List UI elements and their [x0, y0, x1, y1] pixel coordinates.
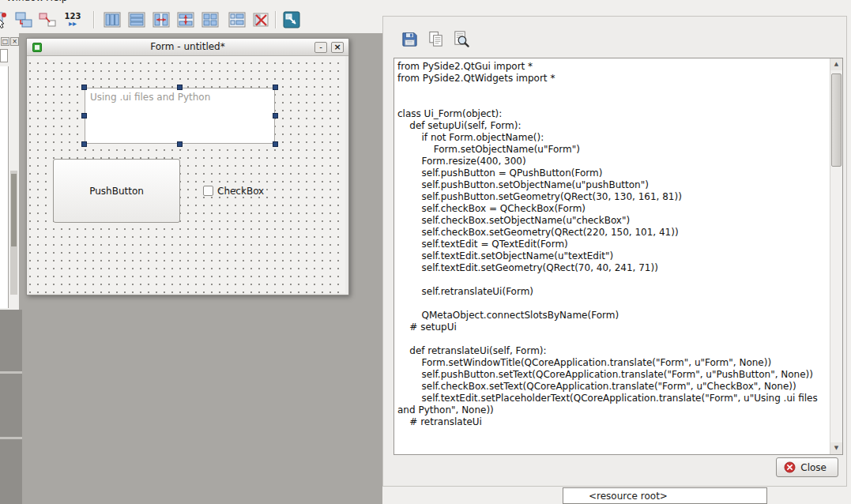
layout-horizontally-in-splitter-icon[interactable] [150, 9, 172, 31]
selection-handle[interactable] [177, 141, 183, 147]
menubar: Window Help [0, 0, 851, 6]
layout-vertically-icon[interactable] [126, 9, 148, 31]
layout-in-form-icon[interactable] [226, 9, 248, 31]
tab-order-arrow: ▸▸ [69, 21, 77, 27]
toolbar-separator [93, 11, 95, 28]
form-close-button[interactable]: × [331, 42, 344, 53]
resource-browser-panel: <resource root> [563, 487, 767, 504]
form-window-icon [32, 43, 42, 52]
code-view-scrollbar[interactable]: ▲ ▼ [830, 58, 842, 454]
save-icon[interactable] [399, 28, 420, 49]
edit-buddies-icon[interactable] [36, 9, 58, 31]
form-window-titlebar[interactable]: Form - untitled* - × [27, 39, 348, 56]
find-icon[interactable] [450, 28, 471, 49]
form-editor-window: Form - untitled* - × Using .ui files and… [26, 38, 349, 295]
dock-float-button[interactable]: □ [1, 37, 9, 46]
code-view[interactable]: from PySide2.QtGui import * from PySide2… [393, 58, 843, 455]
selection-handle[interactable] [81, 85, 87, 90]
widget-box-panel [0, 66, 9, 308]
close-button-label: Close [800, 462, 827, 473]
menu-help[interactable]: Help [41, 0, 72, 6]
widget-box-category-blocks [0, 310, 22, 504]
code-preview-dialog: from PySide2.QtGui import * from PySide2… [382, 16, 847, 487]
selection-handle[interactable] [273, 113, 278, 118]
form-canvas[interactable]: Using .ui files and Python PushButton Ch… [29, 56, 345, 293]
generated-code-text: from PySide2.QtGui import * from PySide2… [396, 60, 828, 453]
selection-handle[interactable] [273, 85, 278, 90]
edit-signals-slots-icon[interactable] [13, 9, 35, 31]
edit-widgets-icon[interactable] [0, 9, 9, 31]
break-layout-icon[interactable] [250, 9, 272, 31]
layout-vertically-in-splitter-icon[interactable] [175, 9, 197, 31]
dock-close-button[interactable]: × [10, 37, 19, 46]
checkbox-label: CheckBox [217, 186, 264, 197]
layout-horizontally-icon[interactable] [101, 9, 123, 31]
selection-handle[interactable] [273, 141, 278, 147]
widget-box-filter-input[interactable] [0, 49, 8, 62]
selection-handle[interactable] [81, 113, 87, 118]
checkbox-indicator[interactable] [203, 186, 213, 196]
scroll-down-arrow[interactable]: ▼ [830, 442, 842, 454]
scroll-up-arrow[interactable]: ▲ [830, 58, 842, 70]
close-red-icon [784, 461, 796, 473]
pushbutton-label: PushButton [89, 186, 144, 197]
qt-designer-screen: Window Help 123 ▸▸ [0, 0, 851, 504]
adjust-size-icon[interactable] [281, 9, 303, 31]
checkbox-widget[interactable]: CheckBox [203, 175, 283, 207]
layout-in-grid-icon[interactable] [199, 9, 221, 31]
close-button[interactable]: Close [776, 457, 838, 477]
pushbutton-widget[interactable]: PushButton [53, 159, 180, 223]
selection-handle[interactable] [81, 141, 87, 147]
edit-tab-order-icon[interactable]: 123 ▸▸ [60, 9, 85, 31]
selection-handle[interactable] [177, 85, 183, 90]
scrollbar-thumb[interactable] [831, 73, 842, 167]
form-minimize-button[interactable]: - [314, 42, 327, 53]
copy-icon[interactable] [425, 28, 446, 49]
form-window-title: Form - untitled* [27, 39, 348, 55]
scrollbar-thumb[interactable] [11, 174, 17, 246]
widget-box-scrollbar[interactable] [10, 171, 17, 295]
resource-root-item[interactable]: <resource root> [589, 491, 668, 502]
textedit-widget[interactable]: Using .ui files and Python [85, 88, 275, 144]
toolbar-separator [275, 11, 277, 28]
